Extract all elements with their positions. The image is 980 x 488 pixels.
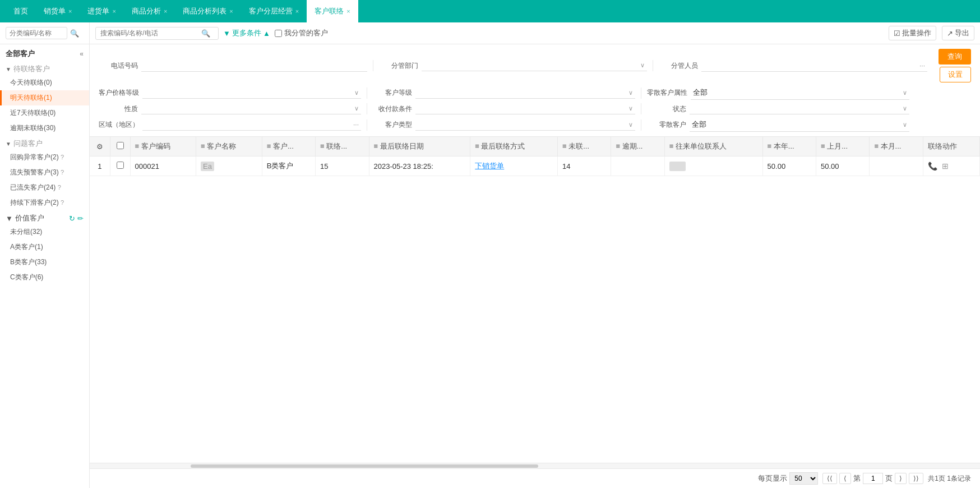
filter-icon: ▼ [223, 29, 230, 38]
filter-dept-select[interactable]: ∨ [422, 60, 648, 71]
scrollbar-thumb[interactable] [191, 464, 538, 468]
grid-icon[interactable]: ⊞ [942, 162, 949, 171]
next-page-button[interactable]: ⟩ [895, 473, 907, 484]
table-row: 1 000021 Ea B类客户 15 2023-05-23 18:25: 下销… [90, 156, 980, 176]
nav-close-icon[interactable]: × [164, 8, 167, 15]
select-all-checkbox[interactable] [117, 142, 124, 149]
sidebar-search-icon[interactable]: 🔍 [70, 29, 79, 38]
col-checkbox[interactable] [110, 137, 130, 156]
nav-customer-contact[interactable]: 客户联络 × [307, 0, 358, 22]
sidebar-item-tomorrow[interactable]: 明天待联络(1) [0, 90, 89, 105]
filter-row-2: 客户价格等级 ∨ 客户等级 ∨ 零散客户属性 [99, 86, 971, 100]
filter-divider [653, 60, 653, 71]
nav-close-icon[interactable]: × [229, 8, 233, 15]
search-input[interactable] [100, 29, 201, 37]
col-code: ≡ 客户编码 [130, 137, 196, 156]
filter-dept: 分管部门 ∨ [379, 60, 648, 71]
nav-sales[interactable]: 销货单 × [36, 0, 80, 22]
prev-page-button[interactable]: ⟨ [839, 473, 851, 484]
nav-purchase[interactable]: 进货单 × [80, 0, 123, 22]
cell-checkbox[interactable] [110, 156, 130, 176]
filter-region-select[interactable]: ··· [142, 119, 361, 131]
query-button[interactable]: 查询 [939, 49, 971, 65]
page-input[interactable] [863, 473, 883, 484]
chevron-up-icon: ▲ [263, 29, 270, 38]
my-customer-checkbox[interactable] [275, 30, 282, 37]
filter-area: 电话号码 分管部门 ∨ 分管人员 ··· [90, 44, 980, 137]
refresh-icon[interactable]: ↻ [69, 214, 75, 223]
filter-divider [641, 88, 641, 99]
cell-last-month: 50.00 [816, 156, 869, 176]
filter-person-select[interactable]: ··· [701, 60, 927, 72]
nav-close-icon[interactable]: × [295, 8, 299, 15]
page-size-select[interactable]: 50 100 200 [789, 472, 818, 485]
cell-this-month [870, 156, 923, 176]
filter-nature-select[interactable]: ∨ [141, 103, 361, 114]
nav-close-active-icon[interactable]: × [346, 8, 350, 15]
batch-op-button[interactable]: ☑ 批量操作 [889, 26, 936, 40]
last-method-link[interactable]: 下销货单 [475, 162, 504, 170]
horizontal-scrollbar[interactable] [90, 463, 980, 468]
chevron-down-icon: ∨ [354, 89, 359, 96]
group-pending-contact[interactable]: ▼ 待联络客户 [0, 61, 89, 75]
group-problem-customer[interactable]: ▼ 问题客户 [0, 136, 89, 150]
phone-icon[interactable]: 📞 [928, 162, 937, 171]
nav-close-icon[interactable]: × [112, 8, 115, 15]
filter-customer-type-select[interactable]: ∨ [415, 119, 635, 131]
filter-row-1: 电话号码 分管部门 ∨ 分管人员 ··· [99, 49, 971, 82]
filter-payment: 收付款条件 ∨ [373, 103, 635, 114]
more-filter-button[interactable]: ▼ 更多条件 ▲ [223, 28, 270, 38]
export-icon: ↗ [947, 29, 953, 38]
filter-scatter-customer-select[interactable]: 全部 ∨ [690, 118, 909, 132]
nav-close-icon[interactable]: × [68, 8, 72, 15]
sidebar-item-declining[interactable]: 持续下滑客户(2) ? [0, 195, 89, 210]
cell-uncontacted: 14 [558, 156, 611, 176]
sidebar-item-overdue[interactable]: 逾期未联络(30) [0, 121, 89, 136]
export-button[interactable]: ↗ 导出 [942, 26, 974, 40]
ellipsis-icon[interactable]: ··· [353, 121, 359, 128]
sidebar-item-today[interactable]: 今天待联络(0) [0, 75, 89, 90]
my-customer-checkbox-wrap[interactable]: 我分管的客户 [275, 28, 328, 38]
chevron-down-icon: ∨ [628, 105, 633, 112]
filter-scatter-attr-select[interactable]: 全部 ∨ [691, 86, 909, 100]
filter-phone-input[interactable] [141, 60, 367, 72]
sidebar-item-repurchase-abnormal[interactable]: 回购异常客户(2) ? [0, 150, 89, 165]
sidebar-item-a-class[interactable]: A类客户(1) [0, 240, 89, 255]
collapse-icon[interactable]: « [80, 50, 84, 58]
filter-divider [367, 88, 367, 99]
nav-customer-tier[interactable]: 客户分层经营 × [241, 0, 307, 22]
cell-overdue [611, 156, 664, 176]
triangle-icon: ▼ [6, 66, 11, 72]
edit-icon[interactable]: ✏ [77, 214, 84, 223]
sidebar-item-ungrouped[interactable]: 未分组(32) [0, 224, 89, 240]
table-area: ⚙ ≡ 客户编码 ≡ 客户名称 ≡ 客户... ≡ 联络... ≡ 最后联络日期… [90, 137, 980, 463]
filter-status-select[interactable]: ∨ [690, 103, 909, 114]
col-this-year: ≡ 本年... [762, 137, 816, 156]
filter-price-level-select[interactable]: ∨ [142, 88, 361, 99]
last-page-button[interactable]: ⟩⟩ [909, 473, 923, 484]
sidebar-item-churn-warning[interactable]: 流失预警客户(3) ? [0, 165, 89, 180]
nav-product-analysis[interactable]: 商品分析 × [124, 0, 175, 22]
filter-payment-select[interactable]: ∨ [415, 103, 635, 114]
ellipsis-icon[interactable]: ··· [919, 62, 925, 70]
toolbar-right: ☑ 批量操作 ↗ 导出 [889, 26, 974, 40]
sidebar-item-c-class[interactable]: C类客户(6) [0, 270, 89, 285]
chevron-down-icon: ∨ [903, 89, 907, 96]
nav-product-analysis-list[interactable]: 商品分析列表 × [175, 0, 241, 22]
chevron-down-icon: ∨ [903, 121, 907, 128]
col-contact-person: ≡ 往来单位联系人 [664, 137, 762, 156]
col-settings[interactable]: ⚙ [90, 137, 110, 156]
filter-divider [367, 103, 367, 114]
group-value-customer[interactable]: ▼ 价值客户 ↻ ✏ [0, 210, 89, 224]
sidebar-item-b-class[interactable]: B类客户(33) [0, 255, 89, 270]
sidebar-search-input[interactable] [6, 27, 67, 39]
sidebar-item-churned[interactable]: 已流失客户(24) ? [0, 180, 89, 195]
first-page-button[interactable]: ⟨⟨ [822, 473, 837, 484]
row-checkbox[interactable] [117, 162, 124, 169]
nav-home[interactable]: 首页 [6, 0, 36, 22]
filter-customer-level-select[interactable]: ∨ [415, 88, 635, 99]
search-icon[interactable]: 🔍 [201, 29, 210, 38]
sidebar-search-wrap: 🔍 [0, 22, 89, 44]
sidebar-item-7days[interactable]: 近7天待联络(0) [0, 105, 89, 121]
settings-button[interactable]: 设置 [940, 67, 971, 82]
